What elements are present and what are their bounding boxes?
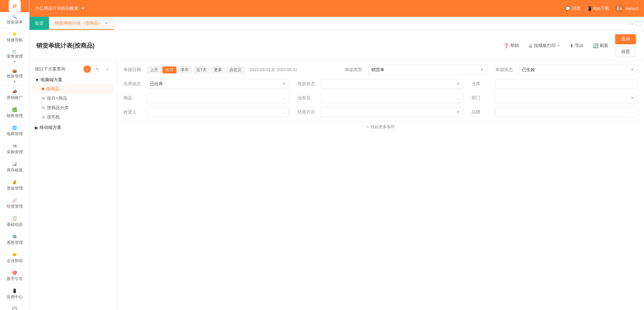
scheme-item-by-month-product[interactable]: ⊞ 按月+商品 xyxy=(32,94,114,103)
collapse-bar[interactable]: ∧ 收起更多条件 xyxy=(123,121,637,133)
scheme-group-mobile-title[interactable]: ▶ 移动端方案 xyxy=(32,123,114,132)
scheme-item-by-cashier[interactable]: ⊞ 按司机 xyxy=(32,112,114,122)
receiver-label: 收货人 xyxy=(123,109,147,115)
sidebar-item-system[interactable]: ⚙️ 系统管理 xyxy=(0,231,29,249)
out-status-control[interactable]: 已出库 ▼ xyxy=(147,79,289,89)
sidebar-item-cooperation[interactable]: 🤝 企业协同 xyxy=(0,249,29,267)
sidebar-item-app-center[interactable]: 📱 应用中心 xyxy=(0,285,29,303)
date-tag-7days[interactable]: 近7天 xyxy=(193,66,210,73)
date-tag-last-month[interactable]: 上月 xyxy=(147,66,161,73)
tab-maximize-icon[interactable]: ⛶ xyxy=(636,21,641,26)
user-profile[interactable]: Ea demo2 xyxy=(614,4,639,13)
settings-button[interactable]: 设置 xyxy=(615,46,636,57)
sidebar-item-basic-info[interactable]: 📋 基础信息 xyxy=(0,213,29,231)
doc-status-value: 已生效 xyxy=(522,67,631,73)
collapse-sidebar-icon[interactable]: « xyxy=(104,65,111,73)
query-button[interactable]: 查询 xyxy=(615,34,636,44)
edit-scheme-icon[interactable]: ✎ xyxy=(94,65,101,73)
add-scheme-icon[interactable]: + xyxy=(84,65,91,73)
export-icon: ⬇ xyxy=(570,43,574,48)
dept-label: 部门 xyxy=(472,95,495,101)
brand-control[interactable]: … xyxy=(495,107,637,117)
payment-control[interactable]: ▼ xyxy=(321,107,463,117)
staff-more-icon[interactable]: … xyxy=(456,96,460,100)
doc-type-control[interactable]: 销货单 ▼ xyxy=(368,65,487,75)
system-icon: ⚙️ xyxy=(12,234,17,239)
purchase-icon: 🛍 xyxy=(13,144,17,148)
sidebar-item-operations[interactable]: 📈 经营管理 xyxy=(0,195,29,213)
scheme-item-by-category[interactable]: ⊞ 按商品分类 xyxy=(32,103,114,112)
export-btn[interactable]: ⬇ 导出 xyxy=(567,41,586,50)
receiver-control[interactable]: … xyxy=(147,107,289,117)
tab-spacer xyxy=(114,17,625,30)
tab-sales-stat[interactable]: 销货单统计表（按商品） ✕ xyxy=(49,17,114,30)
wholesale-arrow-icon: ▲ xyxy=(13,79,16,83)
topbar-left: 办公用品行业模拟账套 ▼ xyxy=(35,5,85,11)
sidebar-item-quick-nav[interactable]: ⭐ 快捷导航 xyxy=(0,28,29,46)
out-status-label: 出库状态 xyxy=(123,81,147,87)
help-icon: ❓ xyxy=(503,43,509,48)
refresh-btn[interactable]: 🔄 刷新 xyxy=(590,41,611,50)
app-logo: 好 xyxy=(0,0,29,12)
warehouse-more-icon[interactable]: … xyxy=(630,82,634,86)
out-status-value: 已出库 xyxy=(150,81,282,87)
filter-field-product: 商品 … xyxy=(123,93,289,103)
app-download-btn[interactable]: 📲 App下载 xyxy=(586,5,609,11)
doc-status-control[interactable]: 已生效 ▼ xyxy=(519,65,637,75)
warehouse-control[interactable]: … xyxy=(495,79,637,89)
grid-icon-1: ⊞ xyxy=(42,96,45,101)
tab-minimize-icon[interactable]: — xyxy=(629,21,633,26)
main-area: 办公用品行业模拟账套 ▼ 💬 消息 📲 App下载 Ea demo2 首页 xyxy=(30,0,644,310)
topbar-right: 💬 消息 📲 App下载 Ea demo2 xyxy=(565,4,639,13)
tabbar: 首页 销货单统计表（按商品） ✕ — ⛶ xyxy=(30,17,644,30)
finance-icon: 💰 xyxy=(12,180,17,185)
filter-field-payment: 结算方式 ▼ xyxy=(298,107,463,117)
filter-field-out-status: 出库状态 已出库 ▼ xyxy=(123,79,289,89)
retail-icon: 🛒 xyxy=(12,49,17,54)
brand-more-icon[interactable]: … xyxy=(630,110,634,114)
dept-control[interactable]: ▼ xyxy=(495,93,637,103)
app-center-icon: 📱 xyxy=(12,289,17,293)
topbar: 办公用品行业模拟账套 ▼ 💬 消息 📲 App下载 Ea demo2 xyxy=(30,0,644,17)
sidebar-item-wholesale[interactable]: 📦 批发管理 ▲ xyxy=(0,66,29,86)
filter-sidebar-header: 按以下方案查询 + ✎ « xyxy=(30,64,116,75)
date-tag-this-year[interactable]: 本年 xyxy=(178,66,192,73)
filter-field-brand: 品牌 … xyxy=(472,107,637,117)
receipt-status-control[interactable]: ▼ xyxy=(321,79,463,89)
tab-close-icon[interactable]: ✕ xyxy=(105,21,108,25)
sidebar-item-inventory[interactable]: 📊 库存核算 xyxy=(0,158,29,176)
date-tag-custom[interactable]: 自定义 xyxy=(226,66,245,73)
product-control[interactable]: … xyxy=(147,93,289,103)
sidebar-item-sales[interactable]: 💹 销售管理 xyxy=(0,104,29,122)
tab-home[interactable]: 首页 xyxy=(30,17,49,30)
product-more-icon[interactable]: … xyxy=(282,96,286,100)
logo-icon: 好 xyxy=(9,0,21,12)
date-tag-this-month[interactable]: 本月 xyxy=(162,66,176,73)
staff-control[interactable]: … xyxy=(321,93,463,103)
sidebar-item-finance[interactable]: 💰 资金管理 xyxy=(0,176,29,195)
print-btn[interactable]: 🖨 按模板打印 ▼ xyxy=(526,41,563,50)
product-label: 商品 xyxy=(123,95,147,101)
industry-dropdown-icon[interactable]: ▼ xyxy=(81,6,85,10)
refresh-icon: 🔄 xyxy=(593,43,598,48)
sidebar-item-enterprise-wechat[interactable]: 💬 企业微信 xyxy=(0,303,29,310)
group-expand-icon-mobile: ▶ xyxy=(35,125,38,130)
filter-field-doc-status: 单据状态 已生效 ▼ xyxy=(495,65,637,75)
sidebar-item-search[interactable]: 🔍 搜索菜单 xyxy=(0,12,29,28)
filter-form: 单据日期 上月 本月 本年 近7天 更多 自定义 20 xyxy=(117,60,644,310)
group-expand-icon: ▼ xyxy=(35,78,39,83)
receiver-more-icon[interactable]: … xyxy=(282,110,286,114)
scheme-item-by-product[interactable]: 按商品 xyxy=(32,84,114,94)
date-tags: 上月 本月 本年 近7天 更多 自定义 xyxy=(147,66,245,73)
filter-field-doc-type: 单据类型 销货单 ▼ xyxy=(345,65,487,75)
scheme-group-desktop-title[interactable]: ▼ 电脑端方案 xyxy=(32,75,114,84)
date-tag-more[interactable]: 更多 xyxy=(211,66,225,73)
help-btn[interactable]: ❓ 帮助 xyxy=(501,41,522,50)
sidebar-item-marketing[interactable]: 📣 营销推广 xyxy=(0,86,29,104)
sidebar-item-guide[interactable]: 🎯 新手引导 xyxy=(0,267,29,285)
sidebar-item-ecommerce[interactable]: 🌐 电商管理 xyxy=(0,122,29,140)
sidebar-item-purchase[interactable]: 🛍 采购管理 xyxy=(0,140,29,158)
messages-btn[interactable]: 💬 消息 xyxy=(565,5,581,11)
filter-sidebar: 按以下方案查询 + ✎ « ▼ 电脑端方案 xyxy=(30,60,117,310)
sidebar-item-retail[interactable]: 🛒 零售管理 ▲ xyxy=(0,46,29,66)
